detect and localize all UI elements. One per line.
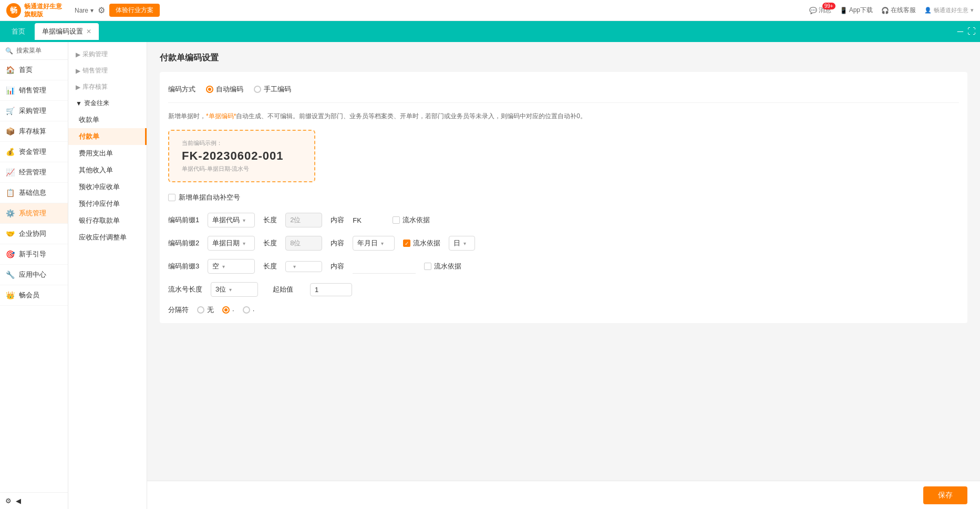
finance-icon: 💰 [5,147,15,157]
sub-group-purchase[interactable]: ▶ 采购管理 [68,46,147,63]
sub-item-bank[interactable]: 银行存取款单 [68,212,147,229]
sub-group-sales[interactable]: ▶ 销售管理 [68,63,147,79]
tab-close-icon[interactable]: ✕ [86,28,91,35]
chevron-down-icon: ▾ [90,7,94,14]
manual-encoding-option[interactable]: 手工编码 [254,85,291,94]
save-button[interactable]: 保存 [923,486,967,504]
sidebar-item-sales[interactable]: 📊 销售管理 [0,80,68,101]
flow-check-1[interactable]: 流水依据 [393,215,430,225]
sub-item-expense[interactable]: 费用支出单 [68,145,147,162]
chevron-right-icon: ▶ [76,67,80,75]
flow-checkbox-3[interactable] [424,263,431,270]
sidebar-item-member[interactable]: 👑 畅会员 [0,285,68,306]
day-select-2[interactable]: 日 ▾ [449,236,475,251]
trial-button[interactable]: 体验行业方案 [109,4,160,17]
sep-dot-radio[interactable] [222,306,230,314]
header-right: 💬 消息 99+ 📱 App下载 🎧 在线客服 👤 畅通道好生意 ▾ [809,6,974,15]
sidebar-item-system[interactable]: ⚙️ 系统管理 [0,203,68,224]
sidebar-item-operations[interactable]: 📈 经营管理 [0,162,68,183]
sidebar-item-basic-info[interactable]: 📋 基础信息 [0,183,68,203]
start-value-input[interactable] [310,283,352,296]
apps-icon: 🔧 [5,270,15,279]
prefix-row-3: 编码前缀3 空 ▾ 长度 ▾ 内容 流水依据 [168,259,959,274]
company-dropdown[interactable]: Nare ▾ [75,7,94,14]
auto-fill-label: 新增单据自动补空号 [179,193,240,202]
member-icon: 👑 [5,290,15,300]
sub-item-pre-receive[interactable]: 预收冲应收单 [68,179,147,195]
sep-none[interactable]: 无 [197,305,214,315]
length-label-1: 长度 [263,215,277,225]
length-label-3: 长度 [263,262,277,271]
sidebar-item-guide[interactable]: 🎯 新手引导 [0,244,68,265]
sidebar-item-inventory[interactable]: 📦 库存核算 [0,121,68,142]
auto-encoding-option[interactable]: 自动编码 [206,85,243,94]
encoding-label: 编码方式 [168,85,195,94]
logo-icon: 畅 [6,3,21,18]
bottom-bar: 保存 [147,481,980,509]
sub-item-adjust[interactable]: 应收应付调整单 [68,229,147,246]
sep-dash[interactable]: · [243,306,255,314]
sales-icon: 📊 [5,86,15,95]
sidebar-item-purchase[interactable]: 🛒 采购管理 [0,101,68,121]
manual-radio[interactable] [254,86,261,93]
search-menu[interactable]: 🔍 搜索菜单 [0,42,68,60]
flow-length-select[interactable]: 3位 ▾ [211,282,258,297]
sep-dot[interactable]: · [222,306,234,314]
tab-home[interactable]: 首页 [4,23,33,40]
flow-check-2[interactable]: ✓ 流水依据 [403,238,440,248]
sub-item-receipt[interactable]: 收款单 [68,111,147,128]
tab-bar-right: ─ ⛶ [957,27,976,36]
sub-group-capital[interactable]: ▼ 资金往来 [68,95,147,111]
basic-info-icon: 📋 [5,188,15,198]
prefix-select-1[interactable]: 单据代码 ▾ [208,213,255,227]
flow-check-3[interactable]: 流水依据 [424,262,461,271]
maximize-icon[interactable]: ⛶ [967,27,976,36]
sep-dash-radio[interactable] [243,306,250,314]
message-button[interactable]: 💬 消息 99+ [809,6,831,15]
auto-radio[interactable] [206,86,213,93]
sub-item-payment[interactable]: 付款单 [68,128,147,145]
chevron-right-icon: ▶ [76,51,80,58]
chevron-down-icon: ▾ [243,217,245,223]
auto-fill-checkbox[interactable] [168,194,176,201]
flow-checkbox-1[interactable] [393,216,400,224]
sidebar-item-home[interactable]: 🏠 首页 [0,60,68,80]
prefix-select-2[interactable]: 单据日期 ▾ [208,236,255,251]
main-layout: 🔍 搜索菜单 🏠 首页 📊 销售管理 🛒 采购管理 📦 库存核算 💰 资金管理 … [0,42,980,509]
tab-encoding-settings[interactable]: 单据编码设置 ✕ [35,23,99,40]
sep-none-radio[interactable] [197,306,204,314]
minimize-icon[interactable]: ─ [957,27,963,36]
settings-card: 编码方式 自动编码 手工编码 新增单据时，*单据编码*自动生成、不可编辑。前缀设… [160,72,967,323]
chevron-down-icon: ▾ [229,287,232,293]
chevron-down-icon: ▾ [243,241,245,246]
sub-item-other-income[interactable]: 其他收入单 [68,162,147,179]
sidebar-item-apps[interactable]: 🔧 应用中心 [0,265,68,285]
service-button[interactable]: 🎧 在线客服 [881,6,916,15]
app-download-button[interactable]: 📱 App下载 [840,6,873,15]
length-select-3[interactable]: ▾ [285,261,322,272]
sidebar-item-enterprise[interactable]: 🤝 企业协同 [0,224,68,244]
home-icon: 🏠 [5,65,15,75]
tab-bar: 首页 单据编码设置 ✕ ─ ⛶ [0,21,980,42]
header-middle: Nare ▾ ⚙ 体验行业方案 [75,4,804,17]
flow-checkbox-2[interactable]: ✓ [403,240,410,247]
prefix-select-3[interactable]: 空 ▾ [208,259,255,274]
user-area[interactable]: 👤 畅通道好生意 ▾ [924,6,974,14]
chevron-down-icon: ▾ [293,264,296,269]
content-select-2[interactable]: 年月日 ▾ [353,236,395,251]
settings-icon[interactable]: ⚙ [98,5,105,15]
collapse-icon[interactable]: ◀ [16,497,21,505]
headset-icon: 🎧 [881,7,889,14]
top-header: 畅 畅通道好生意 旗舰版 Nare ▾ ⚙ 体验行业方案 💬 消息 99+ 📱 … [0,0,980,21]
chevron-right-icon: ▶ [76,84,80,91]
sub-item-pre-pay[interactable]: 预付冲应付单 [68,195,147,212]
purchase-icon: 🛒 [5,106,15,116]
content-value-1: FK [353,216,384,224]
logo-text: 畅通道好生意 旗舰版 [24,3,62,18]
inventory-icon: 📦 [5,127,15,136]
sidebar-item-finance[interactable]: 💰 资金管理 [0,142,68,162]
content-value-3 [353,259,416,274]
guide-icon: 🎯 [5,250,15,259]
sub-group-inventory[interactable]: ▶ 库存核算 [68,79,147,95]
settings-bottom-icon[interactable]: ⚙ [5,497,12,505]
